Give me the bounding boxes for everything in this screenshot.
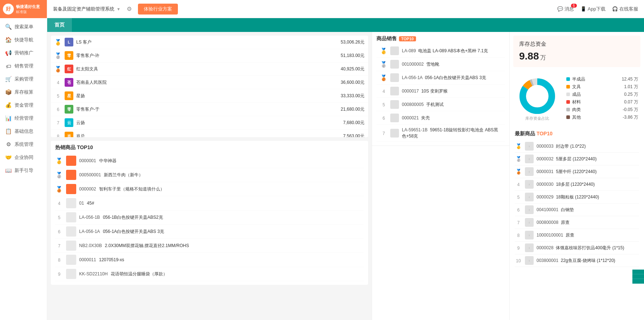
legend-value: -3.86 万: [623, 114, 638, 120]
newest-rank: 8: [515, 233, 522, 238]
sidebar-item-basic-info[interactable]: 📋 基础信息: [0, 125, 47, 138]
rank-medal: 🥉: [54, 66, 62, 73]
newest-thumb: i: [525, 193, 534, 201]
rank-medal: 6: [380, 115, 387, 121]
newest-product-row[interactable]: 🥉 i 0000031 5厘中纤 (1220*2440): [515, 165, 639, 178]
rank-avatar: L: [65, 38, 73, 46]
svg-text:i: i: [529, 170, 530, 173]
svg-text:i: i: [529, 157, 530, 161]
customer-ranking-row[interactable]: 5 星 星扬 33,333.00元: [51, 89, 368, 103]
sidebar-item-operations[interactable]: 📊 经营管理: [0, 112, 47, 125]
rank-name: 肖总: [76, 133, 340, 138]
product-thumb: [66, 170, 76, 180]
newest-product-row[interactable]: 🥈 i 0000032 5厘多层 (1220*2440): [515, 153, 639, 165]
float-live[interactable]: 直播: [632, 279, 644, 284]
product-thumb: [66, 198, 76, 208]
newest-info: 0000033 封边带 (1.0*22): [537, 143, 639, 149]
sidebar-item-inventory[interactable]: 📦 库存核算: [0, 86, 47, 99]
product-thumb: [66, 269, 76, 279]
product-info: 001000002 雪地靴: [402, 61, 501, 67]
finance-icon: 💰: [5, 102, 12, 108]
legend-value: 0.25 万: [624, 91, 638, 98]
marketing-icon: 📢: [5, 50, 12, 56]
product-thumb: [66, 212, 76, 222]
newest-rank: 6: [515, 207, 522, 213]
sidebar-item-search[interactable]: 🔍 搜索菜单: [0, 20, 47, 33]
customer-ranking-row[interactable]: 🥉 红 红太阳文具 40,925.00元: [51, 62, 368, 76]
product-ranking-row[interactable]: 4 0000017 10S 变刺罗猴: [376, 85, 505, 98]
system-name: 装备及固定资产辅助管理系统 ▼: [53, 6, 121, 12]
newest-info: 0000029 18颗粒板 (1220*2440): [537, 194, 639, 200]
float-community[interactable]: 服务社区: [632, 274, 644, 279]
product-thumb: [390, 129, 399, 138]
product-info: LA-056-1A 056-1A白色按键开关盖ABS 3克: [402, 75, 501, 81]
rank-avatar: 云: [65, 118, 73, 127]
product-ranking-row[interactable]: 5 000800005 手机测试: [376, 98, 505, 111]
legend-dot: [566, 115, 570, 119]
hot-product-row[interactable]: 🥉 0000002 智利车子里（规格不知道填什么）: [55, 182, 364, 196]
phone-icon: 📱: [580, 6, 586, 12]
messages-btn[interactable]: 💬 消息 6: [557, 6, 574, 12]
customer-ranking-row[interactable]: 🥈 零 零售客户-许 51,183.00元: [51, 49, 368, 62]
hot-product-row[interactable]: 7 NB2.0X30B 2.0X30MM双摆花轴.摆花直径2.1MM/ROHS: [55, 239, 364, 253]
donut-chart-section: 库存资金占比 半成品 12.45 万 文具 1.01 万 成品 0.25 万 材…: [510, 71, 644, 127]
product-ranking-row[interactable]: 7 LA-59651-1B 59651-1B旋转投影灯电池盒 ABS黑色+58克: [376, 125, 505, 142]
left-panel: 🥇 L LS 客户 53,006.26元 🥈 零 零售客户-许 51,183.0…: [47, 32, 372, 320]
customer-ranking-table: 🥇 L LS 客户 53,006.26元 🥈 零 零售客户-许 51,183.0…: [51, 36, 368, 137]
settings-icon[interactable]: ⚙: [124, 4, 134, 14]
sidebar-item-enterprise[interactable]: 🤝 企业协同: [0, 151, 47, 164]
customer-ranking-row[interactable]: 🥇 L LS 客户 53,006.26元: [51, 36, 368, 49]
sidebar-item-finance[interactable]: 💰 资金管理: [0, 99, 47, 112]
tab-home[interactable]: 首页: [47, 18, 72, 32]
newest-product-row[interactable]: 🥇 i 0000033 封边带 (1.0*22): [515, 140, 639, 153]
hot-product-row[interactable]: 5 LA-056-1B 056-1B白色按键开关盖ABS2克: [55, 210, 364, 225]
product-ranking-row[interactable]: 6 0000021 夹壳: [376, 111, 505, 125]
svg-text:i: i: [529, 145, 530, 148]
legend-label: 成品: [572, 91, 622, 98]
product-thumb: [390, 60, 399, 69]
newest-product-row[interactable]: 6 i 004100001 白钢垫: [515, 204, 639, 216]
hot-product-row[interactable]: 🥈 000500001 新西兰牛肉（新牛）: [55, 168, 364, 182]
hot-product-row[interactable]: 🥇 0000001 中华神器: [55, 154, 364, 168]
rank-medal: 7: [54, 120, 62, 126]
newest-rank: 10: [515, 258, 522, 263]
newest-product-row[interactable]: 9 i 0000028 体饿嘉枝味苏打饮品400毫升 (1*15): [515, 242, 639, 254]
legend-dot: [566, 77, 570, 81]
sidebar-item-sales[interactable]: 🏷 销售管理: [0, 60, 47, 73]
sidebar-item-guide[interactable]: 📖 新手引导: [0, 164, 47, 177]
newest-product-row[interactable]: 5 i 0000029 18颗粒板 (1220*2440): [515, 191, 639, 204]
customer-ranking-row[interactable]: 7 云 云扬 7,680.00元: [51, 116, 368, 130]
product-ranking-row[interactable]: 🥇 LA-089 电池盖 LA-089 ABS本色+黑种 7.1克: [376, 44, 505, 58]
sidebar-item-quick-nav[interactable]: 🏠 快捷导航: [0, 33, 47, 46]
online-service-btn[interactable]: 🎧 在线客服: [612, 6, 638, 12]
newest-product-row[interactable]: 7 i 000800008 原查: [515, 216, 639, 229]
hot-product-row[interactable]: 4 01 45#: [55, 196, 364, 210]
product-rank-medal: 9: [55, 271, 63, 277]
newest-product-row[interactable]: 8 i 10000100001 原查: [515, 229, 639, 242]
dropdown-arrow-icon[interactable]: ▼: [117, 7, 121, 11]
customer-ranking-row[interactable]: 6 零 零售客户-于 21,680.00元: [51, 103, 368, 116]
hot-product-row[interactable]: 9 KK-SD22110H 花语萌恒温分腿睡袋（厚款）: [55, 267, 364, 281]
sidebar-item-marketing[interactable]: 📢 营销推广: [0, 46, 47, 60]
sidebar-item-system[interactable]: ⚙ 系统管理: [0, 138, 47, 151]
hot-product-row[interactable]: 6 LA-056-1A 056-1A白色按键开关盖ABS 3克: [55, 225, 364, 239]
rank-amount: 21,680.00元: [341, 106, 364, 112]
product-ranking-row[interactable]: 🥉 LA-056-1A 056-1A白色按键开关盖ABS 3克: [376, 71, 505, 85]
rank-medal: 🥈: [380, 61, 387, 68]
trial-button[interactable]: 体验行业方案: [138, 4, 178, 15]
customer-ranking-row[interactable]: 8 肖 肖总 7,563.00元: [51, 130, 368, 137]
product-ranking-row[interactable]: 🥈 001000002 雪地靴: [376, 58, 505, 71]
customer-ranking-row[interactable]: 4 苍 苍南县人民医院 36,600.00元: [51, 76, 368, 89]
newest-rank: 🥉: [515, 169, 522, 175]
hot-products-title: 热销商品 TOP10: [55, 144, 364, 151]
float-customer-service[interactable]: 客服热线: [632, 270, 644, 274]
rank-medal: 5: [380, 102, 387, 107]
hot-product-row[interactable]: 8 0000011 12070519-xs: [55, 253, 364, 267]
sidebar-item-purchase[interactable]: 🛒 采购管理: [0, 73, 47, 86]
rank-avatar: 肖: [65, 132, 73, 137]
newest-product-row[interactable]: 4 i 0000030 18多层 (1220*2440): [515, 178, 639, 191]
app-download-btn[interactable]: 📱 App下载: [580, 6, 606, 12]
newest-product-row[interactable]: 10 i 003800001 22g鱼豆腐-烧烤味 (1*12*20): [515, 254, 639, 267]
svg-text:i: i: [529, 259, 530, 262]
newest-thumb: i: [525, 155, 534, 163]
